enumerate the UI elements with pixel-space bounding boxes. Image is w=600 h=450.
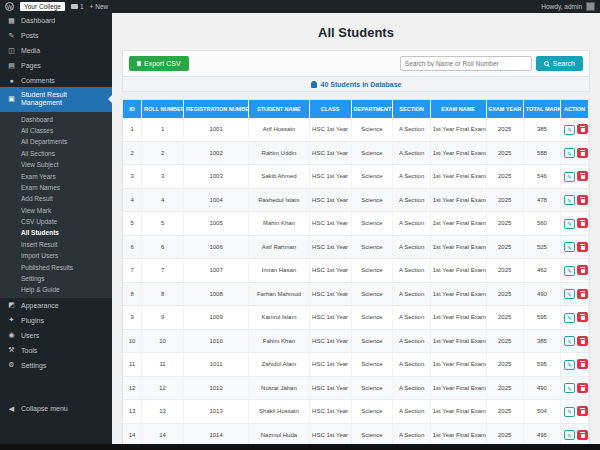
delete-button[interactable]	[577, 265, 588, 275]
delete-button[interactable]	[577, 336, 588, 346]
cell-name: Rahim Uddin	[249, 141, 310, 165]
cell-section: A Section	[393, 306, 430, 330]
delete-button[interactable]	[577, 406, 588, 416]
cell-name: Fahim Khan	[249, 329, 310, 353]
cell-reg: 1001	[184, 118, 249, 141]
pencil-icon: ✎	[567, 314, 572, 321]
cell-exam: 1st Year Final Exam	[430, 235, 486, 259]
delete-button[interactable]	[577, 242, 588, 252]
sidebar-subitem-insert-result[interactable]: Insert Result	[0, 239, 112, 250]
sidebar-subitem-dashboard[interactable]: Dashboard	[0, 114, 112, 125]
page-title: All Students	[122, 25, 590, 40]
column-header: CLASS	[309, 100, 351, 118]
search-button[interactable]: Search	[536, 56, 583, 71]
edit-button[interactable]: ✎	[564, 148, 575, 158]
export-csv-button[interactable]: Export CSV	[129, 56, 189, 71]
cell-name: Kamrul Islam	[249, 306, 310, 330]
sidebar-item-settings[interactable]: ⚙Settings	[0, 358, 112, 373]
edit-button[interactable]: ✎	[564, 336, 575, 346]
delete-button[interactable]	[577, 148, 588, 158]
sidebar-item-pages[interactable]: ▤Pages	[0, 58, 112, 73]
cell-class: HSC 1st Year	[309, 306, 351, 330]
sidebar-item-collapse-menu[interactable]: ◀Collapse menu	[0, 401, 112, 416]
cell-class: HSC 1st Year	[309, 376, 351, 400]
sidebar-item-comments[interactable]: ●Comments	[0, 73, 112, 87]
sidebar-subitem-view-mark[interactable]: View Mark	[0, 205, 112, 216]
edit-button[interactable]: ✎	[564, 360, 575, 370]
sidebar-item-student-result-management[interactable]: ▣Student Result Management	[0, 87, 112, 112]
cell-year: 2025	[486, 376, 523, 400]
sidebar-item-tools[interactable]: ⚒Tools	[0, 343, 112, 358]
delete-button[interactable]	[577, 359, 588, 369]
sidebar-subitem-exam-years[interactable]: Exam Years	[0, 170, 112, 181]
delete-button[interactable]	[577, 171, 588, 181]
edit-button[interactable]: ✎	[564, 195, 575, 205]
edit-button[interactable]: ✎	[564, 219, 575, 229]
cell-total: 595	[523, 353, 560, 377]
sidebar-subitem-all-sections[interactable]: All Sections	[0, 148, 112, 159]
sidebar-subitem-help-guide[interactable]: Help & Guide	[0, 284, 112, 295]
edit-button[interactable]: ✎	[564, 313, 575, 323]
trash-icon	[580, 150, 585, 156]
file-icon	[137, 61, 141, 66]
delete-button[interactable]	[577, 383, 588, 393]
cell-name: Asif Rahman	[249, 235, 310, 259]
new-button[interactable]: + New	[90, 3, 109, 10]
sidebar-subitem-csv-update[interactable]: CSV Update	[0, 216, 112, 227]
sidebar-item-label: Comments	[21, 77, 55, 84]
cell-reg: 1012	[184, 376, 249, 400]
cell-exam: 1st Year Final Exam	[430, 329, 486, 353]
avatar[interactable]	[586, 2, 595, 11]
sidebar-subitem-all-classes[interactable]: All Classes	[0, 125, 112, 136]
sidebar-subitem-published-results[interactable]: Published Results	[0, 261, 112, 272]
sidebar-item-dashboard[interactable]: ▦Dashboard	[0, 13, 112, 28]
cell-year: 2025	[486, 188, 523, 212]
delete-button[interactable]	[577, 195, 588, 205]
sidebar-item-users[interactable]: ◉Users	[0, 328, 112, 343]
sidebar-item-appearance[interactable]: ◩Appearance	[0, 298, 112, 313]
comments-badge[interactable]: 1	[71, 3, 84, 10]
table-row: 551005Mahin KhanHSC 1st YearScienceA Sec…	[123, 212, 589, 236]
edit-button[interactable]: ✎	[564, 430, 575, 440]
delete-button[interactable]	[577, 312, 588, 322]
pencil-icon: ✎	[567, 338, 572, 345]
edit-button[interactable]: ✎	[564, 289, 575, 299]
howdy-admin[interactable]: Howdy, admin	[541, 3, 582, 10]
cell-action: ✎	[561, 141, 589, 165]
cell-department: Science	[351, 400, 393, 424]
sidebar-item-label: Tools	[21, 347, 37, 354]
edit-button[interactable]: ✎	[564, 125, 575, 135]
sidebar-item-media[interactable]: ◫Media	[0, 43, 112, 58]
sidebar-subitem-exam-names[interactable]: Exam Names	[0, 182, 112, 193]
search-input[interactable]	[400, 56, 532, 71]
delete-button[interactable]	[577, 124, 588, 134]
table-row: 881008Farhan MahmudHSC 1st YearScienceA …	[123, 282, 589, 306]
cell-total: 504	[523, 400, 560, 424]
sidebar-subitem-settings[interactable]: Settings	[0, 273, 112, 284]
delete-button[interactable]	[577, 430, 588, 440]
sidebar-subitem-import-users[interactable]: Import Users	[0, 250, 112, 261]
cell-total: 546	[523, 165, 560, 189]
delete-button[interactable]	[577, 218, 588, 228]
trash-icon	[580, 173, 585, 179]
edit-button[interactable]: ✎	[564, 242, 575, 252]
edit-button[interactable]: ✎	[564, 172, 575, 182]
wordpress-logo-icon[interactable]: W	[5, 2, 14, 11]
edit-button[interactable]: ✎	[564, 266, 575, 276]
delete-button[interactable]	[577, 289, 588, 299]
sidebar-item-plugins[interactable]: ✦Plugins	[0, 313, 112, 328]
table-row: 11111011Zahidul AlamHSC 1st YearScienceA…	[123, 353, 589, 377]
edit-button[interactable]: ✎	[564, 407, 575, 417]
sidebar-item-posts[interactable]: ✎Posts	[0, 28, 112, 43]
sidebar-subitem-all-departments[interactable]: All Departments	[0, 136, 112, 147]
student-result-management-icon: ▣	[7, 95, 16, 103]
database-icon	[311, 81, 317, 88]
sidebar-subitem-all-students[interactable]: All Students	[0, 227, 112, 238]
sidebar: ▦Dashboard✎Posts◫Media▤Pages●Comments▣St…	[0, 13, 112, 450]
site-name[interactable]: Your College	[20, 2, 65, 11]
sidebar-subitem-view-subject[interactable]: View Subject	[0, 159, 112, 170]
edit-button[interactable]: ✎	[564, 383, 575, 393]
sidebar-subitem-add-result[interactable]: Add Result	[0, 193, 112, 204]
comments-count: 1	[80, 3, 84, 10]
trash-icon	[580, 385, 585, 391]
